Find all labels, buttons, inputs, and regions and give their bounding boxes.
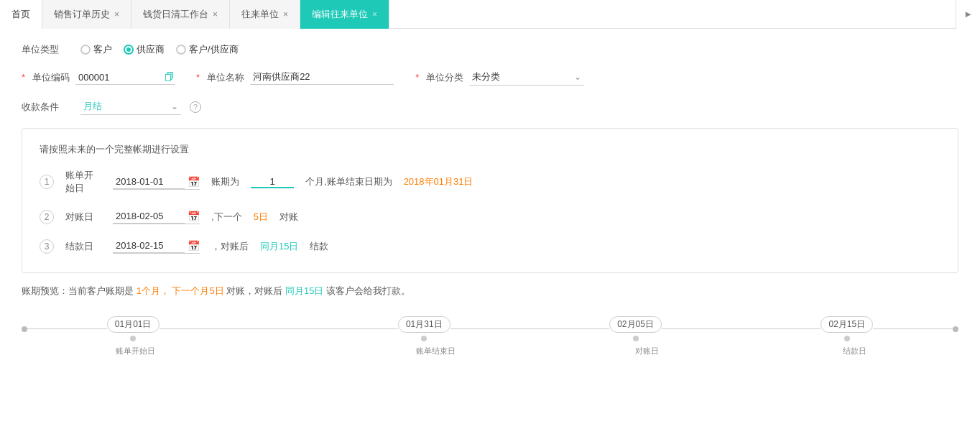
- main-content: 单位类型 客户 供应商 客户/供应商 * 单位编码 🗍: [0, 29, 980, 437]
- radio-supplier[interactable]: 供应商: [124, 43, 165, 56]
- payment-terms-select[interactable]: 月结 ⌄: [80, 98, 181, 115]
- timeline-label-text-1: 账单开始日: [116, 346, 155, 356]
- period-row3-suffix: 结款: [310, 240, 328, 253]
- tab-home-label: 首页: [11, 8, 30, 21]
- tab-home[interactable]: 首页: [0, 0, 42, 29]
- code-star: *: [22, 72, 25, 83]
- timeline-label-text-2: 账单结束日: [416, 346, 456, 356]
- timeline-label-text-3: 对账日: [635, 346, 659, 356]
- unit-code-label: 单位编码: [32, 71, 70, 84]
- radio-customer-circle: [80, 45, 91, 55]
- period-date-2-wrapper: 📅: [113, 209, 200, 224]
- period-num-3: 3: [40, 239, 54, 254]
- timeline-label-3: 对账日: [629, 346, 665, 356]
- period-row-3: 3 结款日 📅 ，对账后 同月15日 结款: [40, 239, 940, 254]
- period-month-suffix: 个月,账单结束日期为: [305, 175, 392, 188]
- timeline-node-1: 01月01日: [107, 316, 160, 341]
- timeline-seg-0: [27, 328, 107, 329]
- period-date-1-icon[interactable]: 📅: [188, 176, 200, 188]
- unit-code-input-wrapper: 🗍: [75, 70, 175, 85]
- tabs-bar: 首页 销售订单历史 × 钱货日清工作台 × 往来单位 × 编辑往来单位 × ►: [0, 0, 980, 29]
- radio-supplier-circle: [124, 45, 134, 55]
- unit-category-select[interactable]: 未分类 ⌄: [469, 69, 584, 86]
- preview-section: 账期预览：当前客户账期是 1个月， 下一个月5日 对账，对账后 同月15日 该客…: [22, 285, 958, 298]
- tab-sales-history[interactable]: 销售订单历史 ×: [42, 0, 131, 29]
- period-end-date: 2018年01月31日: [404, 175, 473, 188]
- timeline-badge-2: 01月31日: [398, 316, 450, 333]
- period-month-input[interactable]: [251, 176, 294, 188]
- unit-code-icon[interactable]: 🗍: [165, 71, 175, 83]
- radio-customer-label: 客户: [93, 43, 112, 56]
- payment-terms-row: 收款条件 月结 ⌄ ?: [22, 98, 958, 115]
- timeline-badge-1: 01月01日: [107, 316, 160, 333]
- timeline-start-dot: [22, 326, 27, 332]
- unit-code-group: * 单位编码 🗍: [22, 70, 175, 85]
- name-star: *: [196, 72, 200, 83]
- period-settings-box: 请按照未来的一个完整帐期进行设置 1 账单开始日 📅 账期为 个月,账单结束日期…: [22, 128, 958, 273]
- tab-more-arrow[interactable]: ►: [956, 0, 980, 29]
- period-num-2: 2: [40, 210, 54, 224]
- timeline-label-2: 账单结束日: [415, 346, 458, 356]
- tab-cashier-label: 钱货日清工作台: [143, 8, 208, 21]
- timeline-labels-row: 账单开始日 账单结束日 对账日 结款日: [22, 346, 958, 356]
- preview-part3: 同月15日: [285, 285, 323, 296]
- period-date-1-wrapper: 📅: [113, 175, 200, 190]
- timeline-dot-1: [130, 336, 136, 341]
- timeline-seg-2: [450, 328, 610, 329]
- tab-units-close[interactable]: ×: [283, 9, 288, 19]
- timeline-dot-3: [633, 336, 639, 341]
- radio-customer[interactable]: 客户: [80, 43, 112, 56]
- timeline-label-text-4: 结款日: [843, 346, 866, 356]
- unit-category-group: * 单位分类 未分类 ⌄: [415, 69, 584, 86]
- radio-both-label: 客户/供应商: [189, 43, 239, 56]
- unit-category-label: 单位分类: [426, 71, 463, 84]
- period-label-2: 对账日: [65, 211, 101, 224]
- radio-both[interactable]: 客户/供应商: [176, 43, 239, 56]
- period-date-3-wrapper: 📅: [113, 239, 200, 254]
- cat-star: *: [415, 72, 419, 83]
- period-date-2-icon[interactable]: 📅: [188, 211, 200, 222]
- unit-type-row: 单位类型 客户 供应商 客户/供应商: [22, 43, 958, 56]
- timeline-node-3: 02月05日: [609, 316, 662, 341]
- timeline-seg-3: [662, 328, 821, 329]
- preview-part1: 1个月，: [137, 285, 170, 296]
- payment-terms-value: 月结: [83, 100, 171, 113]
- unit-type-label: 单位类型: [22, 43, 59, 56]
- category-chevron-icon: ⌄: [574, 72, 581, 82]
- period-row3-highlight: 同月15日: [260, 240, 298, 253]
- preview-part2: 下一个月5日: [172, 285, 223, 296]
- preview-label: 账期预览：当前客户账期是: [22, 285, 134, 296]
- timeline-seg-1: [160, 328, 398, 329]
- unit-name-input[interactable]: [250, 70, 394, 85]
- timeline-node-4: 02月15日: [820, 316, 873, 341]
- tab-units-label: 往来单位: [241, 8, 279, 21]
- period-label-1: 账单开始日: [65, 169, 101, 195]
- period-date-3-icon[interactable]: 📅: [188, 240, 200, 252]
- timeline-seg-4: [873, 328, 953, 329]
- tab-edit-unit[interactable]: 编辑往来单位 ×: [300, 0, 389, 29]
- tab-cashier-close[interactable]: ×: [213, 9, 218, 19]
- period-date-3-input[interactable]: [113, 239, 185, 253]
- radio-both-circle: [176, 45, 186, 55]
- payment-help-icon[interactable]: ?: [190, 101, 201, 113]
- preview-part3-suffix: 该客户会给我打款。: [326, 285, 410, 296]
- tab-cashier[interactable]: 钱货日清工作台 ×: [131, 0, 230, 29]
- payment-terms-group: 月结 ⌄ ?: [80, 98, 201, 115]
- tab-units[interactable]: 往来单位 ×: [230, 0, 300, 29]
- period-date-1-input[interactable]: [113, 175, 185, 189]
- period-date-2-input[interactable]: [113, 209, 185, 224]
- unit-name-label: 单位名称: [207, 71, 244, 84]
- period-row-1: 1 账单开始日 📅 账期为 个月,账单结束日期为 2018年01月31日: [40, 169, 940, 195]
- timeline-section: 01月01日 01月31日 02月05日 02月15日: [22, 309, 958, 356]
- period-num-1: 1: [40, 175, 54, 189]
- preview-part2-suffix: 对账，对账后: [226, 285, 282, 296]
- timeline-dot-4: [844, 336, 850, 341]
- unit-type-radio-group: 客户 供应商 客户/供应商: [80, 43, 239, 56]
- tab-edit-close[interactable]: ×: [372, 9, 377, 19]
- unit-code-input[interactable]: [75, 70, 162, 84]
- timeline-node-2: 01月31日: [398, 316, 450, 341]
- period-row-2: 2 对账日 📅 ,下一个 5日 对账: [40, 209, 940, 224]
- timeline-badge-4: 02月15日: [820, 316, 873, 333]
- payment-terms-label: 收款条件: [22, 101, 59, 114]
- tab-sales-close[interactable]: ×: [114, 9, 119, 19]
